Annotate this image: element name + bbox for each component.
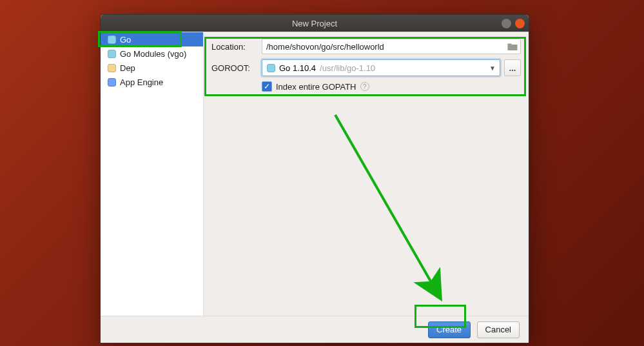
index-gopath-row: ✓ Index entire GOPATH ? [262, 81, 521, 92]
location-row: Location: [211, 39, 521, 54]
sidebar-item-dep[interactable]: Dep [101, 61, 203, 75]
goroot-row: GOROOT: Go 1.10.4 /usr/lib/go-1.10 ▼ ... [211, 59, 521, 76]
sidebar-item-label: Go [120, 35, 131, 45]
close-button[interactable] [515, 19, 525, 28]
goroot-more-label: ... [509, 63, 516, 73]
browse-folder-icon[interactable] [507, 41, 518, 52]
chevron-down-icon: ▼ [489, 65, 496, 72]
new-project-dialog: New Project Go Go Modules (vgo) Dep App … [100, 14, 529, 343]
goroot-select[interactable]: Go 1.10.4 /usr/lib/go-1.10 ▼ [262, 59, 500, 76]
sidebar-item-label: Dep [120, 63, 135, 73]
form-panel: Location: GOROOT: Go 1.10.4 /usr/lib/go-… [204, 32, 529, 316]
location-label: Location: [211, 42, 262, 52]
goroot-version: Go 1.10.4 [279, 63, 316, 73]
dialog-body: Go Go Modules (vgo) Dep App Engine Locat… [101, 32, 529, 316]
dialog-title: New Project [292, 19, 337, 28]
gopher-icon [266, 63, 275, 72]
dep-icon [107, 63, 116, 72]
cancel-button[interactable]: Cancel [477, 321, 520, 338]
sidebar-item-label: App Engine [120, 77, 163, 87]
create-button-label: Create [436, 325, 462, 334]
help-icon[interactable]: ? [360, 82, 369, 91]
gopher-icon [107, 49, 116, 58]
sidebar-item-go-modules[interactable]: Go Modules (vgo) [101, 46, 203, 61]
goroot-more-button[interactable]: ... [504, 59, 521, 76]
goroot-label: GOROOT: [211, 63, 262, 73]
sidebar-item-go[interactable]: Go [101, 32, 203, 46]
cancel-button-label: Cancel [485, 325, 511, 334]
index-gopath-checkbox[interactable]: ✓ [262, 81, 272, 92]
create-button[interactable]: Create [428, 321, 471, 338]
dialog-footer: Create Cancel [101, 316, 529, 343]
index-gopath-label: Index entire GOPATH [276, 82, 356, 92]
project-type-sidebar: Go Go Modules (vgo) Dep App Engine [101, 32, 204, 316]
window-controls [502, 19, 525, 28]
goroot-path: /usr/lib/go-1.10 [320, 63, 375, 73]
sidebar-item-app-engine[interactable]: App Engine [101, 75, 203, 89]
titlebar: New Project [101, 15, 529, 32]
app-engine-icon [107, 77, 116, 86]
gopher-icon [107, 35, 116, 44]
minimize-button[interactable] [502, 19, 511, 28]
location-input[interactable] [262, 39, 521, 54]
sidebar-item-label: Go Modules (vgo) [120, 49, 186, 59]
